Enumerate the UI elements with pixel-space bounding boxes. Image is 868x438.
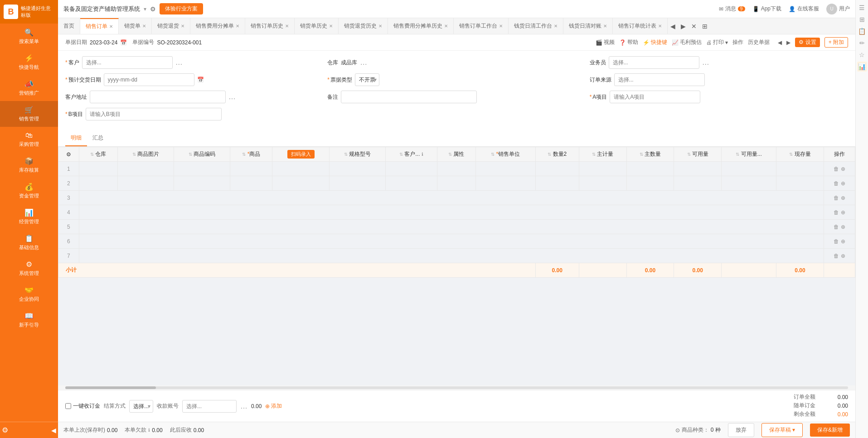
row-1-code[interactable]	[174, 162, 230, 176]
tab-return-history-close[interactable]: ✕	[378, 24, 382, 29]
row-2-customer-code[interactable]	[386, 176, 437, 191]
right-panel-icon-5[interactable]: ☆	[857, 50, 867, 60]
tab-sales-bill-history-close[interactable]: ✕	[329, 24, 333, 29]
settings-icon[interactable]: ⚙	[150, 5, 156, 13]
help-button[interactable]: ❓ 帮助	[619, 39, 638, 46]
row-1-copy-icon[interactable]: ⊕	[841, 166, 845, 172]
row-4-copy-icon[interactable]: ⊕	[841, 209, 845, 216]
th-spec[interactable]: ⇅ 规格型号	[329, 147, 385, 162]
sidebar-item-inventory[interactable]: 📦 库存核算	[0, 152, 58, 178]
history-button[interactable]: 历史单据	[748, 39, 770, 46]
tab-sales-return-close[interactable]: ✕	[181, 24, 184, 29]
online-service-button[interactable]: 👤 在线客服	[789, 5, 819, 13]
row-1-product[interactable]	[230, 162, 272, 176]
tab-sales-bill[interactable]: 销货单 ✕	[119, 18, 152, 34]
th-scan[interactable]: 扫码录入	[272, 147, 329, 162]
row-1-delete-icon[interactable]: 🗑	[834, 166, 839, 172]
tab-sales-history[interactable]: 销售订单历史 ✕	[245, 18, 295, 34]
row-6-copy-icon[interactable]: ⊕	[841, 238, 845, 245]
profit-button[interactable]: 📈 毛利预估	[672, 39, 702, 46]
tab-daily-clear[interactable]: 钱货日清工作台 ✕	[509, 18, 563, 34]
print-button[interactable]: 🖨 打印 ▾	[706, 39, 728, 46]
ops-button[interactable]: 操作	[732, 39, 743, 46]
customer-input[interactable]	[82, 56, 173, 69]
row-2-image[interactable]	[117, 176, 174, 191]
shortcut-button[interactable]: ⚡ 快捷键	[643, 39, 667, 46]
th-code[interactable]: ⇅ 商品编码	[174, 147, 230, 162]
row-1-available2[interactable]	[722, 162, 776, 176]
row-1-unit[interactable]	[475, 162, 535, 176]
row-1-warehouse[interactable]	[79, 162, 117, 176]
tab-reconcile-close[interactable]: ✕	[603, 24, 607, 29]
settlement-select[interactable]: 选择...	[129, 400, 153, 413]
th-image[interactable]: ⇅ 商品图片	[117, 147, 174, 162]
app-download-button[interactable]: 📱 App下载	[752, 5, 781, 13]
right-panel-icon-2[interactable]: ⊞	[857, 14, 867, 24]
sub-tab-summary[interactable]: 汇总	[87, 130, 109, 146]
tab-sales-history-close[interactable]: ✕	[285, 24, 289, 29]
row-1-stock[interactable]	[776, 162, 824, 176]
settings-bottom-icon[interactable]: ⚙	[2, 426, 8, 434]
row-4-delete-icon[interactable]: 🗑	[834, 209, 839, 216]
row-2-main-qty[interactable]	[626, 176, 674, 191]
th-qty2[interactable]: ⇅ 数量2	[535, 147, 579, 162]
user-menu[interactable]: U 用户	[826, 4, 850, 14]
tab-workbench[interactable]: 销售订单工作台 ✕	[454, 18, 509, 34]
remark-input[interactable]	[341, 91, 477, 103]
sidebar-collapse-button[interactable]: ◀	[51, 427, 56, 434]
staff-more-icon[interactable]: …	[702, 58, 709, 67]
save-draft-button[interactable]: 保存草稿 ▾	[761, 423, 803, 437]
b-project-input[interactable]	[86, 108, 222, 120]
row-1-main-qty[interactable]	[626, 162, 674, 176]
add-panel-button[interactable]: + 附加	[824, 37, 848, 48]
account-input[interactable]	[182, 400, 237, 413]
right-panel-icon-3[interactable]: 📋	[857, 26, 867, 36]
invoice-select[interactable]: 不开票	[355, 73, 379, 86]
a-project-input[interactable]	[610, 91, 700, 103]
tab-expand-button[interactable]: ⊞	[699, 18, 710, 34]
th-settings[interactable]: ⚙	[58, 147, 79, 162]
row-1-available[interactable]	[674, 162, 722, 176]
scrollbar-thumb[interactable]	[65, 386, 156, 389]
tab-sales-order[interactable]: 销售订单 ✕	[80, 18, 119, 34]
tab-sales-return[interactable]: 销货退货 ✕	[152, 18, 190, 34]
tab-sales-order-close[interactable]: ✕	[109, 24, 113, 29]
sidebar-item-marketing[interactable]: 📣 营销推广	[0, 75, 58, 101]
tab-sales-bill-history[interactable]: 销货单历史 ✕	[295, 18, 339, 34]
deposit-checkbox-label[interactable]: 一键收订金	[65, 402, 100, 410]
row-2-product[interactable]	[230, 176, 272, 191]
row-1-image[interactable]	[117, 162, 174, 176]
calendar-icon[interactable]: 📅	[120, 39, 127, 46]
row-2-code[interactable]	[174, 176, 230, 191]
row-3-copy-icon[interactable]: ⊕	[841, 195, 845, 201]
account-more-icon[interactable]: …	[240, 402, 247, 410]
sidebar-item-cooperation[interactable]: 🤝 企业协同	[0, 281, 58, 307]
sidebar-item-sales[interactable]: 🛒 销售管理	[0, 101, 58, 127]
row-2-qty2[interactable]	[535, 176, 579, 191]
sidebar-item-finance[interactable]: 💰 资金管理	[0, 178, 58, 204]
row-7-delete-icon[interactable]: 🗑	[834, 253, 839, 259]
tab-statistics[interactable]: 销售订单统计表 ✕	[613, 18, 668, 34]
tab-sales-expense-close[interactable]: ✕	[236, 24, 239, 29]
tab-sales-expense[interactable]: 销售费用分摊单 ✕	[190, 18, 245, 34]
th-sales-unit[interactable]: ⇅ *销售单位	[475, 147, 535, 162]
address-input[interactable]	[90, 91, 226, 103]
row-1-customer-code[interactable]	[386, 162, 437, 176]
settings-panel-button[interactable]: ⚙ 设置	[795, 38, 820, 47]
horizontal-scrollbar[interactable]	[58, 385, 855, 390]
tab-statistics-close[interactable]: ✕	[658, 24, 662, 29]
sub-tab-detail[interactable]: 明细	[65, 130, 87, 146]
message-button[interactable]: ✉ 消息 9	[719, 5, 745, 13]
row-2-delete-icon[interactable]: 🗑	[834, 180, 839, 187]
title-dropdown-icon[interactable]: ▾	[144, 6, 146, 12]
row-7-copy-icon[interactable]: ⊕	[841, 253, 845, 259]
save-new-button[interactable]: 保存&新增	[810, 424, 850, 437]
add-payment-button[interactable]: ⊕ 添加	[265, 402, 282, 410]
delivery-calendar-icon[interactable]: 📅	[197, 77, 204, 83]
th-warehouse[interactable]: ⇅ 仓库	[79, 147, 117, 162]
row-2-warehouse[interactable]	[79, 176, 117, 191]
sidebar-item-purchase[interactable]: 🛍 采购管理	[0, 127, 58, 152]
right-panel-icon-1[interactable]: ☰	[857, 3, 867, 13]
row-3-delete-icon[interactable]: 🗑	[834, 195, 839, 201]
industry-button[interactable]: 体验行业方案	[160, 3, 203, 14]
